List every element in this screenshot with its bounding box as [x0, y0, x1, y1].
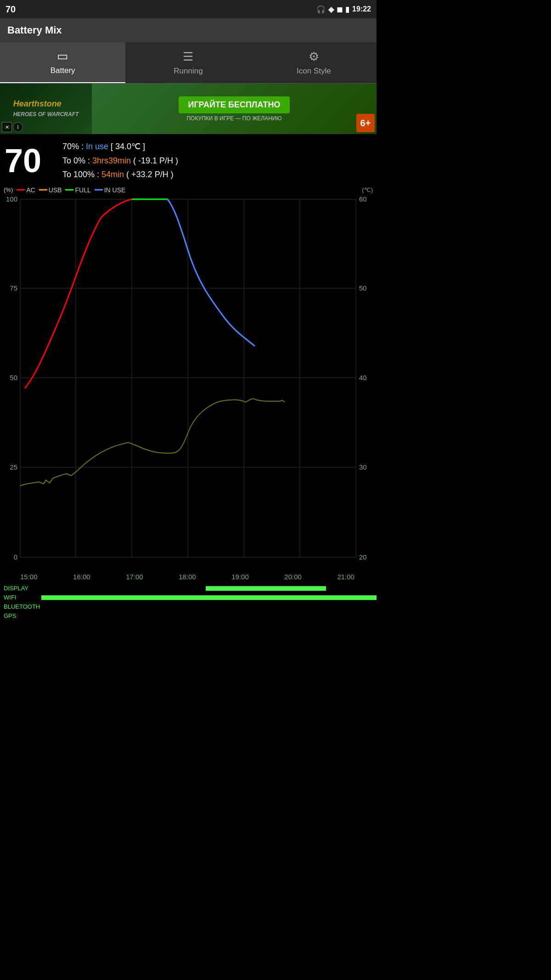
svg-text:100: 100	[6, 195, 17, 203]
running-tab-icon: ☰	[183, 50, 193, 64]
headphone-icon: 🎧	[316, 5, 326, 14]
legend-usb: USB	[39, 186, 62, 194]
iconstyle-tab-icon: ⚙	[309, 50, 319, 64]
chart-svg: 100 75 50 25 0 60 50 40 30 20	[0, 195, 377, 571]
svg-text:50: 50	[359, 284, 367, 292]
tab-battery-label: Battery	[51, 66, 75, 75]
legend-full: FULL	[65, 186, 90, 194]
battery-to0-line: To 0% : 3hrs39min ( -19.1 P/H )	[62, 154, 372, 168]
activity-bar-display	[206, 586, 326, 591]
svg-text:25: 25	[10, 463, 17, 471]
app-title: Battery Mix	[7, 24, 62, 36]
svg-text:60: 60	[359, 195, 367, 203]
battery-percent-big: 70	[5, 142, 55, 179]
activity-label-wifi: WIFI	[0, 594, 41, 601]
status-bar: 70 🎧 ◈ ◼ ▮ 19:22	[0, 0, 377, 18]
svg-text:40: 40	[359, 374, 367, 381]
ad-content: ИГРАЙТЕ БЕСПЛАТНО ПОКУПКИ В ИГРЕ — ПО ЖЕ…	[92, 84, 377, 134]
tab-running-label: Running	[174, 67, 202, 76]
activity-bar-wifi	[41, 595, 377, 600]
ad-banner[interactable]: HearthstoneHEROES OF WARCRAFT ИГРАЙТЕ БЕ…	[0, 84, 377, 134]
chart-legend: (%) AC USB FULL IN USE (℃)	[0, 185, 377, 195]
time: 19:22	[352, 5, 371, 13]
x-label-2000: 20:00	[284, 573, 302, 581]
ad-cta: ИГРАЙТЕ БЕСПЛАТНО	[179, 96, 289, 113]
x-label-2100: 21:00	[337, 573, 354, 581]
legend-temp-label: (℃)	[362, 186, 373, 193]
activity-row-wifi: WIFI	[0, 594, 377, 602]
legend-pct-label: (%)	[4, 186, 13, 193]
battery-to100-line: To 100% : 54min ( +33.2 P/H )	[62, 168, 372, 182]
activity-bar-area-wifi	[41, 595, 377, 600]
activity-bar-area-bluetooth	[41, 605, 377, 609]
legend-full-dot	[65, 189, 73, 190]
tab-bar: ▭ Battery ☰ Running ⚙ Icon Style	[0, 42, 377, 84]
x-label-1700: 17:00	[126, 573, 143, 581]
activity-label-gps: GPS	[0, 612, 41, 619]
signal-icon: ◼	[337, 5, 343, 14]
activity-bar-area-gps	[41, 614, 377, 618]
battery-icon: ▮	[345, 5, 349, 14]
title-bar: Battery Mix	[0, 18, 377, 42]
legend-ac: AC	[17, 186, 35, 194]
svg-text:50: 50	[10, 374, 17, 381]
tab-running[interactable]: ☰ Running	[125, 42, 251, 83]
tab-battery[interactable]: ▭ Battery	[0, 42, 125, 83]
activity-row-display: DISPLAY	[0, 584, 377, 593]
svg-text:20: 20	[359, 553, 367, 561]
battery-tab-icon: ▭	[57, 49, 68, 63]
activity-row-bluetooth: BLUETOOTH	[0, 603, 377, 611]
activity-bar-area-display	[41, 586, 377, 591]
tab-iconstyle-label: Icon Style	[297, 67, 331, 76]
legend-ac-dot	[17, 189, 25, 190]
x-label-1600: 16:00	[73, 573, 90, 581]
x-label-1800: 18:00	[179, 573, 196, 581]
svg-text:75: 75	[10, 284, 17, 292]
legend-inuse-label: IN USE	[104, 186, 126, 194]
ad-age-badge: 6+	[356, 114, 375, 132]
status-icons: 🎧 ◈ ◼ ▮ 19:22	[316, 5, 371, 14]
battery-status-line: 70% : In use [ 34.0℃ ]	[62, 140, 372, 154]
ad-info-button[interactable]: i	[13, 122, 23, 132]
legend-usb-label: USB	[49, 186, 62, 194]
x-label-1500: 15:00	[20, 573, 38, 581]
activity-rows: DISPLAY WIFI BLUETOOTH GPS	[0, 582, 377, 623]
svg-text:0: 0	[14, 553, 17, 561]
tab-iconstyle[interactable]: ⚙ Icon Style	[251, 42, 377, 83]
legend-usb-dot	[39, 189, 47, 190]
chart-area: 100 75 50 25 0 60 50 40 30 20	[0, 195, 377, 571]
legend-ac-label: AC	[26, 186, 35, 194]
x-axis-labels: 15:00 16:00 17:00 18:00 19:00 20:00 21:0…	[0, 571, 377, 582]
svg-text:30: 30	[359, 463, 367, 471]
legend-inuse: IN USE	[95, 186, 126, 194]
ad-close-button[interactable]: ✕	[2, 122, 12, 132]
activity-row-gps: GPS	[0, 612, 377, 620]
ad-sub: ПОКУПКИ В ИГРЕ — ПО ЖЕЛАНИЮ	[186, 115, 281, 122]
battery-details: 70% : In use [ 34.0℃ ] To 0% : 3hrs39min…	[62, 140, 372, 182]
wifi-icon: ◈	[328, 5, 334, 14]
legend-inuse-dot	[95, 189, 103, 190]
activity-label-bluetooth: BLUETOOTH	[0, 603, 41, 610]
activity-label-display: DISPLAY	[0, 585, 41, 592]
legend-full-label: FULL	[75, 186, 90, 194]
battery-info: 70 70% : In use [ 34.0℃ ] To 0% : 3hrs39…	[0, 134, 377, 185]
x-label-1900: 19:00	[231, 573, 249, 581]
status-left: 70	[6, 4, 16, 15]
